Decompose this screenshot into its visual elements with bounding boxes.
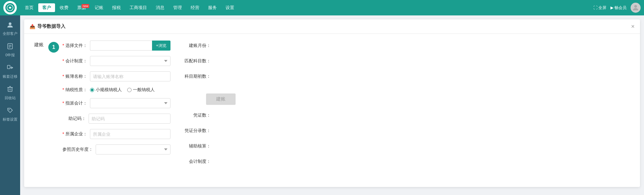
right-accounting-system-label: 会计制度：: [184, 158, 211, 165]
sidebar-item-zero-report[interactable]: 0申报: [0, 40, 20, 61]
form-row-accounting-system: * 会计制度：: [62, 56, 170, 66]
play-icon: ▶: [610, 5, 613, 10]
nav-item-home[interactable]: 首页: [21, 3, 38, 12]
nav-item-settings[interactable]: 设置: [221, 3, 238, 12]
select-file-label: * 选择文件：: [62, 43, 87, 49]
svg-rect-7: [7, 65, 10, 69]
panel-header: 📤 导爷数据导入 ×: [24, 19, 640, 34]
voucher-entries-value: [213, 126, 258, 136]
period-initial-value: [213, 71, 258, 81]
right-accounting-system-value: [213, 156, 258, 167]
migration-icon: [7, 64, 13, 73]
people-icon: [7, 21, 13, 30]
step-form-wrapper: 建账 1 * 选择文件： +浏览: [34, 41, 170, 167]
radio-general-input[interactable]: [127, 88, 132, 92]
radio-general[interactable]: 一般纳税人: [127, 87, 155, 93]
nav-item-service[interactable]: 服务: [204, 3, 221, 12]
tag-icon: [7, 107, 13, 116]
tax-type-label: * 纳税性质：: [62, 87, 87, 93]
company-label: * 所属企业：: [62, 131, 87, 137]
nav-item-operation[interactable]: 经营: [187, 3, 203, 12]
ledger-name-input[interactable]: [90, 71, 170, 81]
import-panel: 📤 导爷数据导入 × 建账 1 * 选择文件：: [24, 19, 640, 187]
accounting-system-select[interactable]: [90, 56, 170, 66]
build-account-button[interactable]: 建账: [206, 93, 236, 105]
file-input-wrap: +浏览: [90, 41, 170, 51]
new-badge: new: [82, 4, 89, 8]
info-section: 建账月份： 匹配科目数： 科目期初数： 建账: [184, 41, 258, 167]
accountant-select[interactable]: [90, 98, 170, 108]
nav-item-fee[interactable]: 收费: [56, 3, 72, 12]
info-row-period-initial: 科目期初数：: [184, 71, 258, 81]
sidebar-item-tag-settings[interactable]: 标签设置: [0, 104, 20, 125]
sidebar-label: 标签设置: [3, 117, 17, 122]
ref-year-label: 参照历史年度：: [62, 146, 93, 152]
nav-item-business[interactable]: 工商项目: [126, 3, 151, 12]
radio-small-scale[interactable]: 小规模纳税人: [90, 87, 122, 93]
voucher-count-label: 凭证数：: [184, 112, 211, 118]
sidebar-item-recycle[interactable]: 回收站: [0, 82, 20, 104]
radio-small-scale-input[interactable]: [90, 88, 94, 92]
build-month-value: [213, 41, 258, 51]
sidebar-item-migration[interactable]: 账套迁移: [0, 61, 20, 82]
memo-code-input[interactable]: [89, 114, 170, 124]
step-circle: 1: [48, 42, 59, 53]
avatar[interactable]: [631, 3, 641, 13]
info-row-voucher-count: 凭证数：: [184, 110, 258, 120]
nav-item-message[interactable]: 消息: [152, 3, 168, 12]
svg-point-1: [634, 5, 637, 8]
sidebar-item-all-clients[interactable]: 全部客户: [0, 18, 20, 40]
panel-title: 📤 导爷数据导入: [30, 23, 65, 29]
build-month-label: 建账月份：: [184, 43, 211, 49]
svg-point-14: [9, 109, 10, 110]
top-nav: 首页 客户 收费 票据 new 记账 报税 工商项目 消息 管理 经营 服务 设…: [0, 0, 644, 15]
assign-accountant-label: * 指派会计：: [62, 100, 87, 106]
form-row-select-file: * 选择文件： +浏览: [62, 41, 170, 51]
fullscreen-icon: ⛶: [593, 5, 597, 10]
voucher-count-value: [213, 110, 258, 120]
nav-item-invoice[interactable]: 票据 new: [73, 3, 90, 12]
logo-inner: [5, 3, 15, 12]
step-label: 建账: [34, 42, 44, 48]
file-input[interactable]: [90, 41, 152, 51]
info-row-match-subjects: 匹配科目数：: [184, 56, 258, 66]
logo[interactable]: [3, 1, 17, 14]
nav-item-manage[interactable]: 管理: [169, 3, 186, 12]
member-button[interactable]: ▶ 畅会员: [610, 5, 627, 11]
company-input[interactable]: [90, 129, 170, 139]
info-row-build-month: 建账月份：: [184, 41, 258, 51]
ledger-name-label: * 账簿名称：: [62, 73, 87, 79]
match-subjects-label: 匹配科目数：: [184, 58, 211, 64]
sidebar-label: 0申报: [5, 53, 15, 58]
form-row-tax-type: * 纳税性质： 小规模纳税人 一般纳税人: [62, 87, 170, 93]
info-row-voucher-entries: 凭证分录数：: [184, 126, 258, 136]
ref-year-select[interactable]: [96, 144, 170, 154]
browse-button[interactable]: +浏览: [152, 41, 170, 51]
voucher-entries-label: 凭证分录数：: [184, 128, 211, 134]
nav-items: 首页 客户 收费 票据 new 记账 报税 工商项目 消息 管理 经营 服务 设…: [21, 3, 593, 12]
nav-right: ⛶ 全屏 ▶ 畅会员: [593, 3, 641, 13]
layout: 全部客户 0申报 账套迁移 回收站 标签设置: [0, 15, 644, 195]
form-row-ledger-name: * 账簿名称：: [62, 71, 170, 81]
form-row-company: * 所属企业：: [62, 129, 170, 139]
sidebar-label: 全部客户: [3, 31, 17, 36]
trash-icon: [7, 86, 13, 94]
main-content: 📤 导爷数据导入 × 建账 1 * 选择文件：: [20, 15, 644, 195]
nav-item-client[interactable]: 客户: [38, 3, 55, 12]
fullscreen-button[interactable]: ⛶ 全屏: [593, 5, 606, 11]
info-row-aux-accounting: 辅助核算：: [184, 141, 258, 151]
form-row-ref-year: 参照历史年度：: [62, 144, 170, 154]
nav-item-bookkeeping[interactable]: 记账: [91, 3, 107, 12]
period-initial-label: 科目期初数：: [184, 73, 211, 79]
aux-accounting-label: 辅助核算：: [184, 143, 211, 149]
sidebar-label: 回收站: [5, 95, 16, 101]
nav-item-tax[interactable]: 报税: [108, 3, 125, 12]
panel-body: 建账 1 * 选择文件： +浏览: [24, 34, 640, 173]
close-button[interactable]: ×: [631, 23, 635, 29]
tax-type-radio-group: 小规模纳税人 一般纳税人: [90, 87, 155, 93]
import-icon: 📤: [30, 24, 35, 29]
report-icon: [7, 43, 13, 51]
svg-point-2: [9, 22, 11, 25]
svg-rect-9: [8, 87, 12, 91]
form-row-accountant: * 指派会计：: [62, 98, 170, 108]
